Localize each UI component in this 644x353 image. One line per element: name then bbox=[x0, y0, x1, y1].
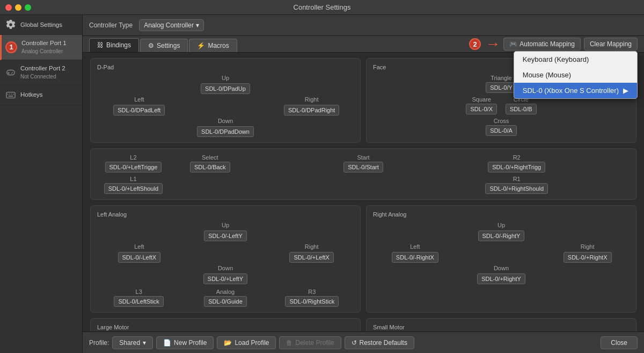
face-middle-row: Square SDL-0/X Circle SDL-0/B bbox=[466, 96, 536, 114]
arrow-right-icon: → bbox=[485, 35, 500, 53]
controller-type-dropdown[interactable]: Analog Controller ▾ bbox=[139, 19, 204, 31]
dropdown-mouse[interactable]: Mouse (Mouse) bbox=[514, 67, 637, 83]
tab-bar: ⛓ Bindings ⚙ Settings ⚡ Macros 2 → bbox=[83, 36, 644, 53]
automatic-mapping-button[interactable]: 🎮 Automatic Mapping bbox=[503, 38, 581, 51]
shared-label: Shared bbox=[119, 339, 140, 347]
r3-input[interactable]: SDL-0/RightStick bbox=[285, 296, 339, 307]
mapping-dropdown-menu: Keyboard (Keyboard) Mouse (Mouse) SDL-0 … bbox=[514, 51, 638, 99]
r2-input[interactable]: SDL-0/+RightTrigg bbox=[488, 162, 545, 172]
sidebar: Global Settings 1 Controller Port 1 Anal… bbox=[0, 15, 83, 353]
load-profile-button[interactable]: 📂 Load Profile bbox=[217, 336, 276, 349]
shared-dropdown-button[interactable]: Shared ▾ bbox=[112, 336, 153, 349]
delete-profile-button[interactable]: 🗑 Delete Profile bbox=[279, 336, 341, 349]
triangle-label: Triangle bbox=[491, 75, 511, 81]
clear-mapping-button[interactable]: Clear Mapping bbox=[584, 38, 638, 51]
right-analog-up-input[interactable]: SDL-0/-RightY bbox=[478, 230, 525, 241]
cross-input[interactable]: SDL-0/A bbox=[486, 125, 517, 136]
large-motor-title: Large Motor bbox=[97, 324, 354, 330]
tab-macros[interactable]: ⚡ Macros bbox=[189, 39, 237, 52]
main-layout: Global Settings 1 Controller Port 1 Anal… bbox=[0, 15, 644, 353]
r1-input[interactable]: SDL-0/+RightShould bbox=[485, 183, 548, 194]
l2-group: L2 SDL-0/+LeftTrigge bbox=[97, 154, 170, 172]
sidebar-port2-label: Controller Port 2 Not Connected bbox=[20, 64, 65, 81]
dropdown-keyboard-label: Keyboard (Keyboard) bbox=[523, 55, 589, 63]
window-controls bbox=[5, 4, 31, 11]
tab-settings[interactable]: ⚙ Settings bbox=[140, 39, 188, 52]
load-profile-icon: 📂 bbox=[224, 339, 232, 347]
dropdown-keyboard[interactable]: Keyboard (Keyboard) bbox=[514, 52, 637, 67]
restore-defaults-button[interactable]: ↺ Restore Defaults bbox=[345, 336, 414, 349]
cross-label: Cross bbox=[494, 118, 509, 124]
circle-input[interactable]: SDL-0/B bbox=[506, 104, 537, 114]
left-analog-layout: Up SDL-0/-LeftY Left Right SDL-0/-LeftX … bbox=[97, 222, 354, 284]
settings-tab-icon: ⚙ bbox=[148, 42, 154, 49]
dpad-down-label: Down bbox=[218, 118, 233, 124]
dpad-layout: Up SDL-0/DPadUp Left Right SDL-0/DPadLef… bbox=[97, 75, 354, 137]
left-analog-right-input[interactable]: SDL-0/+LeftX bbox=[289, 252, 333, 263]
left-analog-down-input[interactable]: SDL-0/+LeftY bbox=[203, 273, 247, 284]
triangle-input[interactable]: SDL-0/Y bbox=[486, 82, 517, 93]
gear-icon bbox=[5, 19, 16, 30]
large-motor-section: Large Motor SDL-0/LargeMotor bbox=[90, 318, 361, 332]
close-button[interactable]: Close bbox=[601, 336, 638, 349]
dropdown-mouse-label: Mouse (Mouse) bbox=[523, 71, 571, 79]
footer-left: Profile: Shared ▾ 📄 New Profile 📂 Load P… bbox=[89, 336, 414, 349]
left-analog-section: Left Analog Up SDL-0/-LeftY Left Right S… bbox=[90, 205, 361, 313]
footer: Profile: Shared ▾ 📄 New Profile 📂 Load P… bbox=[83, 332, 644, 353]
cross-group: Cross SDL-0/A bbox=[486, 118, 517, 136]
select-input[interactable]: SDL-0/Back bbox=[190, 162, 230, 172]
dpad-up-input[interactable]: SDL-0/DPadUp bbox=[201, 83, 250, 94]
new-profile-button[interactable]: 📄 New Profile bbox=[156, 336, 214, 349]
badge2-number: 2 bbox=[473, 40, 477, 48]
sidebar-item-port1[interactable]: 1 Controller Port 1 Analog Controller bbox=[0, 35, 82, 60]
l3-group: L3 SDL-0/LeftStick bbox=[97, 289, 180, 307]
analog-group: Analog SDL-0/Guide bbox=[184, 289, 267, 307]
sidebar-item-global[interactable]: Global Settings bbox=[0, 15, 82, 35]
sidebar-global-label: Global Settings bbox=[20, 21, 62, 29]
controller-type-value: Analog Controller bbox=[144, 21, 194, 29]
triggers-grid: L2 SDL-0/+LeftTrigge Select SDL-0/Back S bbox=[97, 154, 630, 172]
badge2-circle: 2 bbox=[469, 38, 481, 50]
right-analog-section: Right Analog Up SDL-0/-RightY Left Right… bbox=[366, 205, 636, 313]
arrow-indicator: 2 → bbox=[469, 35, 500, 53]
port1-badge: 1 bbox=[5, 41, 17, 53]
l3-input[interactable]: SDL-0/LeftStick bbox=[114, 296, 163, 307]
delete-profile-icon: 🗑 bbox=[286, 339, 292, 347]
dpad-right-label: Right bbox=[305, 96, 319, 103]
maximize-window-button[interactable] bbox=[25, 4, 31, 11]
right-analog-right-input[interactable]: SDL-0/+RightX bbox=[564, 252, 612, 263]
analog-input[interactable]: SDL-0/Guide bbox=[204, 296, 247, 307]
tab-bindings[interactable]: ⛓ Bindings bbox=[89, 38, 139, 52]
minimize-window-button[interactable] bbox=[15, 4, 21, 11]
l2-input[interactable]: SDL-0/+LeftTrigge bbox=[105, 162, 162, 172]
left-analog-up-input[interactable]: SDL-0/-LeftY bbox=[204, 230, 247, 241]
dropdown-check-icon: ▶ bbox=[623, 87, 628, 95]
square-group: Square SDL-0/X bbox=[466, 96, 497, 114]
svg-rect-0 bbox=[7, 70, 14, 75]
dpad-up-label: Up bbox=[222, 75, 229, 81]
circle-group: Circle SDL-0/B bbox=[506, 96, 537, 114]
close-window-button[interactable] bbox=[5, 4, 12, 11]
sidebar-item-port2[interactable]: Controller Port 2 Not Connected bbox=[0, 60, 82, 85]
right-analog-left-input[interactable]: SDL-0/-RightX bbox=[392, 252, 438, 263]
macros-icon: ⚡ bbox=[197, 42, 205, 49]
sidebar-hotkeys-label: Hotkeys bbox=[20, 91, 43, 99]
right-analog-title: Right Analog bbox=[373, 211, 630, 218]
square-label: Square bbox=[472, 96, 491, 103]
controller-type-label: Controller Type bbox=[89, 21, 133, 29]
dpad-down-input[interactable]: SDL-0/DPadDown bbox=[197, 126, 254, 137]
l1-input[interactable]: SDL-0/+LeftShould bbox=[104, 183, 163, 194]
start-label: Start bbox=[357, 154, 369, 161]
controller-type-bar: Controller Type Analog Controller ▾ bbox=[83, 15, 644, 36]
left-analog-left-input[interactable]: SDL-0/-LeftX bbox=[118, 252, 161, 263]
dropdown-sdl0-label: SDL-0 (Xbox One S Controller) bbox=[523, 87, 619, 95]
dpad-right-input[interactable]: SDL-0/DPadRight bbox=[284, 105, 339, 116]
right-analog-down-input[interactable]: SDL-0/+RightY bbox=[477, 273, 525, 284]
dpad-left-input[interactable]: SDL-0/DPadLeft bbox=[113, 105, 165, 116]
dropdown-sdl0[interactable]: SDL-0 (Xbox One S Controller) ▶ bbox=[514, 83, 637, 98]
sidebar-item-hotkeys[interactable]: Hotkeys bbox=[0, 85, 82, 105]
l1-label: L1 bbox=[130, 176, 136, 182]
start-input[interactable]: SDL-0/Start bbox=[343, 162, 383, 172]
select-group: Select SDL-0/Back bbox=[174, 154, 246, 172]
square-input[interactable]: SDL-0/X bbox=[466, 104, 497, 114]
